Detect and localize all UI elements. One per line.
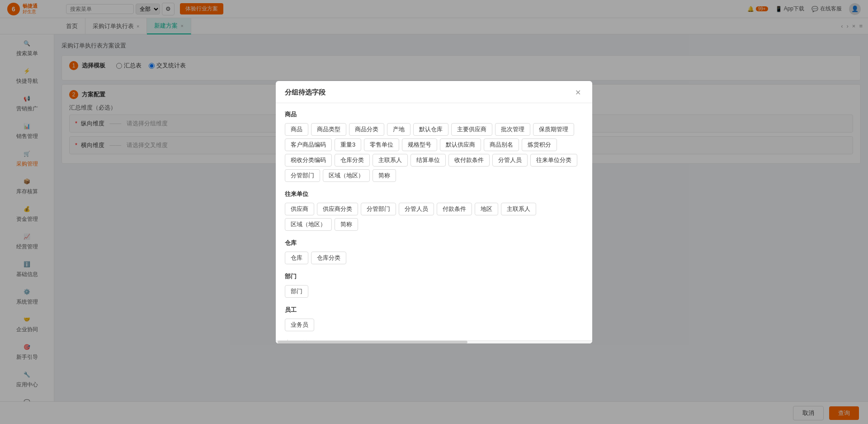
field-category-仓库: 仓库仓库仓库分类 (285, 239, 583, 264)
field-tag[interactable]: 零售单位 (364, 138, 399, 151)
modal-header: 分组待选字段 ✕ (276, 81, 592, 103)
field-tag[interactable]: 简称 (335, 218, 358, 231)
field-tag[interactable]: 区域（地区） (323, 169, 370, 182)
field-tag[interactable]: 商品别名 (484, 138, 519, 151)
modal-body: 商品商品商品类型商品分类产地默认仓库主要供应商批次管理保质期管理客户商品编码重量… (276, 103, 592, 340)
field-tag[interactable]: 供应商分类 (317, 203, 358, 215)
field-tag[interactable]: 主联系人 (501, 203, 536, 215)
field-tag[interactable]: 产地 (387, 123, 410, 136)
field-category-商品: 商品商品商品类型商品分类产地默认仓库主要供应商批次管理保质期管理客户商品编码重量… (285, 110, 583, 182)
field-category-title: 仓库 (285, 239, 583, 247)
field-tag[interactable]: 地区 (475, 203, 498, 215)
modal-title: 分组待选字段 (285, 88, 326, 97)
field-tag[interactable]: 客户商品编码 (285, 138, 332, 151)
field-tag[interactable]: 往来单位分类 (530, 154, 577, 167)
field-tag[interactable]: 商品分类 (349, 123, 384, 136)
field-tag[interactable]: 部门 (285, 285, 308, 298)
modal-overlay: 分组待选字段 ✕ 商品商品商品类型商品分类产地默认仓库主要供应商批次管理保质期管… (0, 0, 868, 424)
field-tag[interactable]: 商品类型 (311, 123, 346, 136)
field-tag[interactable]: 付款条件 (437, 203, 472, 215)
field-tag[interactable]: 分管部门 (285, 169, 320, 182)
field-tag[interactable]: 分管人员 (492, 154, 528, 167)
field-tag[interactable]: 重量3 (335, 138, 361, 151)
field-tag[interactable]: 默认仓库 (413, 123, 448, 136)
field-category-员工: 员工业务员 (285, 306, 583, 331)
field-tag[interactable]: 主联系人 (373, 154, 408, 167)
field-tags-员工: 业务员 (285, 319, 583, 331)
field-tags-仓库: 仓库仓库分类 (285, 252, 583, 264)
field-tag[interactable]: 供应商 (285, 203, 314, 215)
field-tag[interactable]: 结算单位 (410, 154, 446, 167)
field-category-title: 部门 (285, 272, 583, 281)
field-tag[interactable]: 分管人员 (399, 203, 434, 215)
horizontal-scrollbar[interactable] (276, 340, 592, 343)
field-tag[interactable]: 仓库分类 (335, 154, 370, 167)
field-tag[interactable]: 仓库分类 (311, 252, 346, 264)
field-category-部门: 部门部门 (285, 272, 583, 298)
field-tag[interactable]: 默认供应商 (440, 138, 481, 151)
modal-close-button[interactable]: ✕ (572, 87, 583, 98)
field-category-title: 商品 (285, 110, 583, 119)
field-category-title: 往来单位 (285, 190, 583, 198)
hscroll-thumb (278, 341, 467, 343)
field-tags-部门: 部门 (285, 285, 583, 298)
field-tags-商品: 商品商品类型商品分类产地默认仓库主要供应商批次管理保质期管理客户商品编码重量3零… (285, 123, 583, 182)
field-tag[interactable]: 分管部门 (361, 203, 396, 215)
field-tag[interactable]: 保质期管理 (533, 123, 574, 136)
field-tag[interactable]: 收付款条件 (448, 154, 490, 167)
field-tag[interactable]: 区域（地区） (285, 218, 332, 231)
field-tag[interactable]: 主要供应商 (451, 123, 492, 136)
field-tag[interactable]: 简称 (373, 169, 396, 182)
field-select-modal: 分组待选字段 ✕ 商品商品商品类型商品分类产地默认仓库主要供应商批次管理保质期管… (276, 81, 592, 343)
field-tag[interactable]: 炼货积分 (522, 138, 557, 151)
field-category-title: 员工 (285, 306, 583, 314)
field-tag[interactable]: 业务员 (285, 319, 314, 331)
field-category-往来单位: 往来单位供应商供应商分类分管部门分管人员付款条件地区主联系人区域（地区）简称 (285, 190, 583, 231)
field-tag[interactable]: 规格型号 (402, 138, 437, 151)
field-tag[interactable]: 商品 (285, 123, 308, 136)
field-tags-往来单位: 供应商供应商分类分管部门分管人员付款条件地区主联系人区域（地区）简称 (285, 203, 583, 231)
field-tag[interactable]: 仓库 (285, 252, 308, 264)
field-tag[interactable]: 税收分类编码 (285, 154, 332, 167)
field-tag[interactable]: 批次管理 (495, 123, 530, 136)
